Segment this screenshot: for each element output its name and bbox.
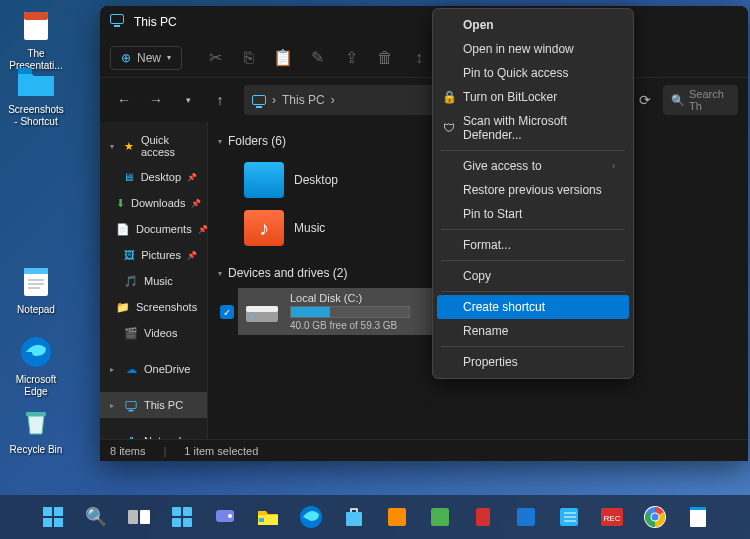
svg-rect-22: [172, 507, 181, 516]
shield-icon: 🛡: [441, 120, 457, 136]
search-button[interactable]: 🔍: [77, 498, 115, 536]
svg-rect-35: [517, 508, 535, 526]
widgets-button[interactable]: [163, 498, 201, 536]
paste-icon[interactable]: 📋: [268, 43, 298, 73]
store-button[interactable]: [335, 498, 373, 536]
app-6[interactable]: [679, 498, 717, 536]
icon-label: Notepad: [17, 304, 55, 316]
sidebar-item-documents[interactable]: 📄Documents📌: [100, 216, 207, 242]
ctx-pin-start[interactable]: Pin to Start: [437, 202, 629, 226]
folder-icon: [16, 62, 56, 102]
svg-rect-17: [54, 507, 63, 516]
app-1[interactable]: [378, 498, 416, 536]
dropdown-button[interactable]: ▾: [174, 86, 202, 114]
desktop-icon-screenshots[interactable]: Screenshots - Shortcut: [6, 62, 66, 128]
svg-point-45: [651, 514, 658, 521]
new-button[interactable]: ⊕ New ▾: [110, 46, 182, 70]
svg-rect-34: [476, 508, 490, 526]
context-menu: Open Open in new window Pin to Quick acc…: [432, 8, 634, 379]
desktop-icon-edge[interactable]: Microsoft Edge: [6, 332, 66, 398]
back-button[interactable]: ←: [110, 86, 138, 114]
svg-rect-29: [259, 518, 264, 522]
ctx-format[interactable]: Format...: [437, 233, 629, 257]
doc-icon: [16, 6, 56, 46]
navbar: ← → ▾ ↑ › This PC › ⟳ 🔍 Search Th: [100, 78, 748, 122]
ctx-give-access[interactable]: Give access to›: [437, 154, 629, 178]
start-button[interactable]: [34, 498, 72, 536]
desktop-icon-notepad[interactable]: Notepad: [6, 262, 66, 316]
pin-icon: 📌: [187, 173, 197, 182]
svg-rect-19: [54, 518, 63, 527]
this-pc-icon: [110, 14, 126, 30]
explorer-button[interactable]: [249, 498, 287, 536]
pin-icon: 📌: [187, 251, 197, 260]
sort-icon[interactable]: ↕: [404, 43, 434, 73]
plus-icon: ⊕: [121, 51, 131, 65]
copy-icon[interactable]: ⎘: [234, 43, 264, 73]
chevron-right-icon: ›: [612, 161, 615, 171]
svg-rect-32: [388, 508, 406, 526]
svg-rect-23: [183, 507, 192, 516]
icon-label: Recycle Bin: [10, 444, 63, 456]
ctx-open-new-window[interactable]: Open in new window: [437, 37, 629, 61]
download-icon: ⬇: [116, 196, 125, 210]
rename-icon[interactable]: ✎: [302, 43, 332, 73]
desktop-folder-icon: [244, 162, 284, 198]
chat-button[interactable]: [206, 498, 244, 536]
svg-rect-25: [183, 518, 192, 527]
folder-music[interactable]: ♪ Music: [238, 204, 433, 252]
chevron-right-icon: ▸: [110, 401, 118, 410]
cloud-icon: ☁: [124, 362, 138, 376]
sidebar-item-downloads[interactable]: ⬇Downloads📌: [100, 190, 207, 216]
sidebar-item-screenshots[interactable]: 📁Screenshots: [100, 294, 207, 320]
forward-button[interactable]: →: [142, 86, 170, 114]
svg-point-27: [228, 514, 232, 518]
ctx-create-shortcut[interactable]: Create shortcut: [437, 295, 629, 319]
ctx-restore[interactable]: Restore previous versions: [437, 178, 629, 202]
chrome-button[interactable]: [636, 498, 674, 536]
refresh-button[interactable]: ⟳: [631, 86, 659, 114]
ctx-open[interactable]: Open: [437, 13, 629, 37]
folder-desktop[interactable]: Desktop: [238, 156, 433, 204]
pin-icon: 📌: [191, 199, 201, 208]
ctx-rename[interactable]: Rename: [437, 319, 629, 343]
toolbar: ⊕ New ▾ ✂ ⎘ 📋 ✎ ⇪ 🗑 ↕: [100, 38, 748, 78]
star-icon: ★: [123, 139, 135, 153]
up-button[interactable]: ↑: [206, 86, 234, 114]
app-3[interactable]: [507, 498, 545, 536]
address-path: This PC: [282, 93, 325, 107]
ctx-properties[interactable]: Properties: [437, 350, 629, 374]
titlebar[interactable]: This PC: [100, 6, 748, 38]
delete-icon[interactable]: 🗑: [370, 43, 400, 73]
app-2[interactable]: [421, 498, 459, 536]
status-selected-count: 1 item selected: [184, 445, 258, 457]
sidebar-item-desktop[interactable]: 🖥Desktop📌: [100, 164, 207, 190]
sidebar-this-pc[interactable]: ▸This PC: [100, 392, 207, 418]
sidebar-item-music[interactable]: 🎵Music: [100, 268, 207, 294]
ctx-copy[interactable]: Copy: [437, 264, 629, 288]
cut-icon[interactable]: ✂: [200, 43, 230, 73]
ctx-pin-quick[interactable]: Pin to Quick access: [437, 61, 629, 85]
ctx-defender[interactable]: 🛡Scan with Microsoft Defender...: [437, 109, 629, 147]
desktop-icon-recyclebin[interactable]: Recycle Bin: [6, 402, 66, 456]
app-4[interactable]: [550, 498, 588, 536]
edge-button[interactable]: [292, 498, 330, 536]
office-button[interactable]: [464, 498, 502, 536]
sidebar-network[interactable]: ▸🖧Network: [100, 428, 207, 439]
sidebar-onedrive[interactable]: ▸☁OneDrive: [100, 356, 207, 382]
music-icon: 🎵: [124, 274, 138, 288]
file-explorer-window: This PC ⊕ New ▾ ✂ ⎘ 📋 ✎ ⇪ 🗑 ↕ ← → ▾ ↑ › …: [100, 6, 748, 461]
sidebar-item-pictures[interactable]: 🖼Pictures📌: [100, 242, 207, 268]
app-5[interactable]: REC: [593, 498, 631, 536]
ctx-bitlocker[interactable]: 🔒Turn on BitLocker: [437, 85, 629, 109]
drive-local-c[interactable]: Local Disk (C:) 40.0 GB free of 59.3 GB: [238, 288, 433, 335]
desktop-icon: 🖥: [123, 170, 135, 184]
bitlocker-icon: 🔒: [441, 89, 457, 105]
icon-label: Microsoft Edge: [6, 374, 66, 398]
task-view-button[interactable]: [120, 498, 158, 536]
sidebar-item-videos[interactable]: 🎬Videos: [100, 320, 207, 346]
pin-icon: 📌: [198, 225, 208, 234]
share-icon[interactable]: ⇪: [336, 43, 366, 73]
sidebar-quick-access[interactable]: ▾ ★ Quick access: [100, 128, 207, 164]
search-input[interactable]: 🔍 Search Th: [663, 85, 738, 115]
